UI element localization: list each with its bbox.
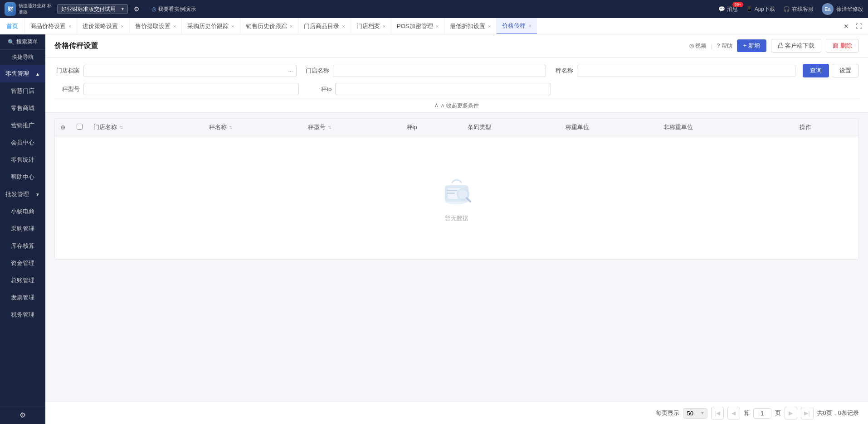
sidebar-item-retail-management[interactable]: 零售管理 ▲ <box>0 65 45 82</box>
topbar-gear-button[interactable]: ⚙ <box>131 3 142 15</box>
sidebar-item-smart-store[interactable]: 智慧门店 <box>0 82 45 100</box>
tab-store-archive[interactable]: 门店档案× <box>351 18 391 34</box>
sidebar-item-label: 零售管理 <box>5 70 29 78</box>
sidebar-item-finance[interactable]: 资金管理 <box>0 255 45 272</box>
close-icon[interactable]: × <box>488 24 491 29</box>
sort-icon[interactable]: ⇅ <box>229 125 233 130</box>
demo-label: 我要看实例演示 <box>158 5 196 13</box>
close-tab-button[interactable]: ✕ <box>840 20 853 33</box>
expand-icon: ▼ <box>35 192 40 197</box>
close-icon[interactable]: × <box>121 24 123 29</box>
help-icon: ? <box>717 43 720 49</box>
tab-product-price[interactable]: 商品价格设置× <box>25 18 77 34</box>
video-icon: ◎ <box>689 43 694 49</box>
tab-home[interactable]: 首页 <box>0 18 25 34</box>
sidebar-item-label: 资金管理 <box>11 259 34 267</box>
sidebar-item-purchase[interactable]: 采购管理 <box>0 220 45 237</box>
app-download-icon: 📱 <box>746 6 753 12</box>
close-icon[interactable]: × <box>231 24 234 29</box>
sidebar-item-retail-stats[interactable]: 零售统计 <box>0 151 45 169</box>
version-select[interactable]: 好业财标准版交付试用 <box>57 4 128 14</box>
sidebar-item-inventory[interactable]: 库存核算 <box>0 237 45 255</box>
demo-button[interactable]: ◎ 我要看实例演示 <box>151 5 196 13</box>
messages-button[interactable]: 💬 消息 99+ <box>718 5 738 13</box>
th-non-weight-unit: 非称重单位 <box>658 119 794 136</box>
sidebar-item-tax[interactable]: 税务管理 <box>0 306 45 323</box>
user-profile[interactable]: Ea 徐泽华修改 <box>822 3 863 15</box>
close-icon[interactable]: × <box>173 24 176 29</box>
page-suffix: 页 <box>775 409 781 417</box>
collapse-button[interactable]: ∧ ∧ 收起更多条件 <box>54 99 859 112</box>
delete-button[interactable]: 面 删除 <box>826 39 859 53</box>
sidebar-item-marketing[interactable]: 营销推广 <box>0 117 45 134</box>
demo-icon: ◎ <box>151 6 156 12</box>
tab-store-catalog[interactable]: 门店商品目录× <box>298 18 351 34</box>
tab-price-scale[interactable]: 价格传秤× <box>497 18 536 34</box>
store-name-input[interactable] <box>333 65 546 77</box>
video-link[interactable]: ◎ 视频 <box>689 42 706 50</box>
expand-tabs-button[interactable]: ⛶ <box>853 20 865 33</box>
scale-ip-input[interactable] <box>335 83 551 95</box>
sidebar-item-help[interactable]: 帮助中心 <box>0 169 45 186</box>
sidebar-item-retail-mall[interactable]: 零售商城 <box>0 100 45 117</box>
app-download-button[interactable]: 📱 App下载 <box>746 5 775 13</box>
tab-min-discount[interactable]: 最低折扣设置× <box>444 18 497 34</box>
total-info: 共0页，0条记录 <box>817 409 859 417</box>
sort-icon[interactable]: ⇅ <box>328 125 332 130</box>
settings-button[interactable]: 设置 <box>832 64 859 77</box>
scale-model-input[interactable] <box>83 83 299 95</box>
last-page-button[interactable]: ▶| <box>801 407 814 419</box>
tab-purchase-strategy[interactable]: 进价策略设置× <box>77 18 129 34</box>
empty-icon <box>439 173 475 209</box>
sidebar-item-membership[interactable]: 会员中心 <box>0 134 45 151</box>
tab-sale-history[interactable]: 销售历史价跟踪× <box>240 18 298 34</box>
sidebar-quick-nav[interactable]: 快捷导航 <box>0 50 45 65</box>
help-link[interactable]: ? 帮助 <box>717 42 732 50</box>
close-icon[interactable]: × <box>528 23 531 29</box>
tab-sale-price[interactable]: 售价提取设置× <box>130 18 182 34</box>
th-operation: 操作 <box>794 119 858 136</box>
sidebar-item-ledger[interactable]: 总账管理 <box>0 272 45 289</box>
tab-purchase-history[interactable]: 采购历史价跟踪× <box>182 18 240 34</box>
page-input[interactable] <box>753 408 771 419</box>
first-page-button[interactable]: |◀ <box>711 407 724 419</box>
sidebar-bottom: ⚙ <box>0 406 45 424</box>
page-header-actions: ◎ 视频 | ? 帮助 + 新增 凸 客户端下载 面 删除 <box>689 39 859 53</box>
close-icon[interactable]: × <box>383 24 385 29</box>
sidebar-item-ecommerce[interactable]: 小畅电商 <box>0 203 45 220</box>
store-archive-input[interactable] <box>83 65 297 77</box>
add-button[interactable]: + 新增 <box>737 39 766 52</box>
close-icon[interactable]: × <box>290 24 293 29</box>
close-icon[interactable]: × <box>68 24 71 29</box>
sidebar-item-invoice[interactable]: 发票管理 <box>0 289 45 306</box>
search-button[interactable]: 查询 <box>803 64 829 77</box>
topbar: 财 畅捷通好业财 标准版 好业财标准版交付试用 ▼ ⚙ ◎ 我要看实例演示 💬 … <box>0 0 868 18</box>
close-icon[interactable]: × <box>342 24 345 29</box>
prev-page-button[interactable]: ◀ <box>727 407 740 419</box>
next-page-button[interactable]: ▶ <box>785 407 797 419</box>
close-icon[interactable]: × <box>436 24 439 29</box>
th-store-name: 门店名称 ⇅ <box>88 119 204 136</box>
version-select-wrap[interactable]: 好业财标准版交付试用 ▼ <box>57 4 128 14</box>
scale-name-input[interactable] <box>577 65 795 77</box>
ellipsis-icon[interactable]: ··· <box>288 67 293 74</box>
online-service-label: 在线客服 <box>792 5 814 13</box>
th-gear[interactable]: ⚙ <box>55 119 71 136</box>
svg-rect-7 <box>447 193 455 194</box>
download-button[interactable]: 凸 客户端下载 <box>771 39 822 53</box>
select-all-checkbox[interactable] <box>77 124 83 130</box>
th-checkbox[interactable] <box>71 119 88 136</box>
per-page-select[interactable]: 10 20 50 100 <box>683 408 707 419</box>
main-layout: 🔍 搜索菜单 快捷导航 零售管理 ▲ 智慧门店 零售商城 营销推广 会员中心 零… <box>0 34 868 424</box>
sidebar-search[interactable]: 🔍 搜索菜单 <box>0 34 45 50</box>
sidebar-item-label: 库存核算 <box>11 242 34 250</box>
search-form: 门店档案 ··· 门店名称 秤名称 查询 设置 <box>45 58 868 113</box>
sort-icon[interactable]: ⇅ <box>120 125 123 130</box>
messages-badge: 99+ <box>732 2 743 7</box>
sidebar-item-label: 零售统计 <box>11 156 34 164</box>
sidebar-item-label: 小畅电商 <box>11 207 34 216</box>
sidebar-item-wholesale[interactable]: 批发管理 ▼ <box>0 186 45 203</box>
online-service-button[interactable]: 🎧 在线客服 <box>783 5 814 13</box>
tab-pos[interactable]: POS加密管理× <box>391 18 444 34</box>
sidebar-settings-button[interactable]: ⚙ <box>20 411 26 419</box>
